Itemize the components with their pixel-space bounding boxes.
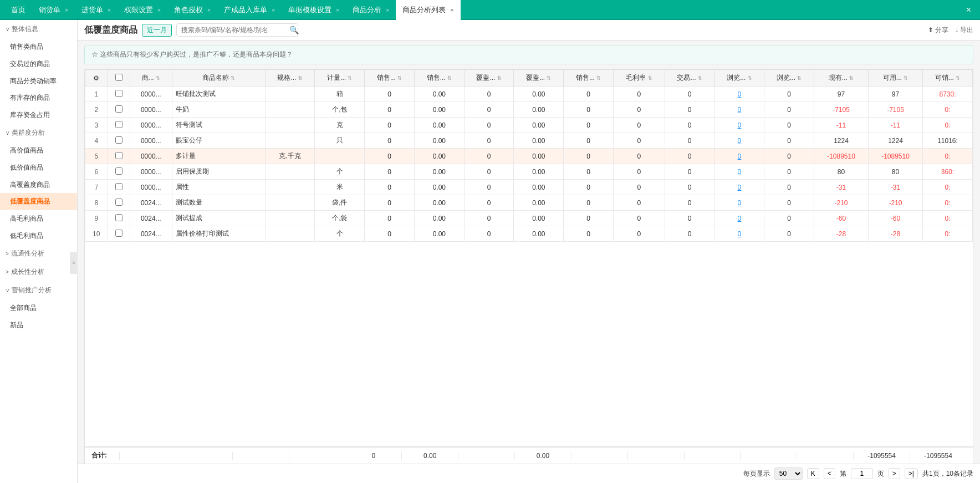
nav-close-analysis-list[interactable]: ×: [450, 7, 453, 13]
col-unit[interactable]: 计量... ⇅: [315, 70, 365, 87]
summary-stock2: -1095554: [910, 452, 966, 460]
nav-close-analysis[interactable]: ×: [386, 7, 389, 13]
row-checkbox[interactable]: [115, 167, 122, 175]
cell-browse1[interactable]: 0: [714, 195, 764, 211]
nav-close-sales[interactable]: ×: [65, 7, 68, 13]
search-input[interactable]: [176, 23, 298, 37]
sidebar-item-category-rate[interactable]: 商品分类动销率: [0, 73, 77, 90]
sidebar-item-new-goods[interactable]: 新品: [0, 317, 77, 334]
settings-icon[interactable]: ⚙: [93, 74, 99, 82]
next-page-button[interactable]: >: [889, 468, 900, 479]
cell-browse1[interactable]: 0: [714, 226, 764, 242]
cell-checkbox[interactable]: [108, 87, 130, 102]
nav-purchase[interactable]: 进货单 ×: [75, 0, 118, 20]
sidebar-item-low-margin[interactable]: 低毛利商品: [0, 227, 77, 245]
sidebar-item-sales-goods[interactable]: 销售类商品: [0, 38, 77, 55]
sidebar-section-cluster[interactable]: ∨ 类群度分析: [0, 124, 77, 142]
row-checkbox[interactable]: [115, 121, 122, 128]
row-checkbox[interactable]: [115, 199, 122, 206]
prev-page-button[interactable]: <: [824, 468, 835, 479]
cell-browse1[interactable]: 0: [714, 149, 764, 164]
sidebar-section-marketing[interactable]: ∨ 营销推广分析: [0, 281, 77, 299]
sidebar-section-growth[interactable]: > 成长性分析: [0, 263, 77, 281]
col-cover1[interactable]: 覆盖... ⇅: [464, 70, 514, 87]
cell-browse1[interactable]: 0: [714, 118, 764, 133]
data-table-wrapper[interactable]: ⚙ 商... ⇅ 商品名称 ⇅ 规格... ⇅ 计量... ⇅ 销售... ⇅ …: [84, 69, 973, 447]
nav-close-permission[interactable]: ×: [157, 7, 161, 13]
col-name[interactable]: 商品名称 ⇅: [172, 70, 266, 87]
col-cover2[interactable]: 覆盖... ⇅: [514, 70, 564, 87]
col-sales-amt[interactable]: 销售... ⇅: [414, 70, 464, 87]
cell-checkbox[interactable]: [108, 118, 130, 133]
sidebar-item-stock-goods[interactable]: 有库存的商品: [0, 89, 77, 106]
cell-browse1[interactable]: 0: [714, 102, 764, 118]
nav-template[interactable]: 单据模板设置 ×: [282, 0, 346, 20]
nav-analysis[interactable]: 商品分析 ×: [346, 0, 396, 20]
col-sales3[interactable]: 销售... ⇅: [564, 70, 614, 87]
col-checkbox[interactable]: [108, 70, 130, 87]
col-trade[interactable]: 交易... ⇅: [665, 70, 714, 87]
sidebar-collapse-button[interactable]: «: [70, 252, 78, 274]
cell-stock3: 0:: [923, 118, 973, 133]
page-number-input[interactable]: [851, 468, 873, 479]
cell-checkbox[interactable]: [108, 149, 130, 164]
row-checkbox[interactable]: [115, 230, 122, 237]
col-sales-qty[interactable]: 销售... ⇅: [365, 70, 415, 87]
nav-role[interactable]: 角色授权 ×: [167, 0, 217, 20]
sidebar-item-high-coverage[interactable]: 高覆盖度商品: [0, 176, 77, 194]
filter-button[interactable]: 近一月: [142, 24, 172, 37]
sidebar-item-high-value[interactable]: 高价值商品: [0, 142, 77, 159]
cell-checkbox[interactable]: [108, 226, 130, 242]
row-checkbox[interactable]: [115, 152, 122, 159]
row-checkbox[interactable]: [115, 183, 122, 190]
col-browse2[interactable]: 浏览... ⇅: [764, 70, 814, 87]
cell-checkbox[interactable]: [108, 133, 130, 149]
last-page-button[interactable]: >|: [905, 468, 918, 479]
cell-browse1[interactable]: 0: [714, 180, 764, 195]
sidebar-item-low-value[interactable]: 低价值商品: [0, 159, 77, 176]
nav-close-template[interactable]: ×: [336, 7, 339, 13]
cell-checkbox[interactable]: [108, 195, 130, 211]
col-margin[interactable]: 毛利率 ⇅: [613, 70, 665, 87]
row-checkbox[interactable]: [115, 105, 122, 113]
close-all-button[interactable]: ×: [962, 5, 976, 15]
sidebar-item-capital[interactable]: 库存资金占用: [0, 106, 77, 124]
col-browse1[interactable]: 浏览... ⇅: [714, 70, 764, 87]
cell-browse1[interactable]: 0: [714, 211, 764, 226]
nav-permission[interactable]: 权限设置 ×: [118, 0, 167, 20]
nav-close-purchase[interactable]: ×: [108, 7, 111, 13]
nav-analysis-list[interactable]: 商品分析列表 ×: [396, 0, 460, 20]
nav-close-role[interactable]: ×: [207, 7, 211, 13]
sidebar-section-overall[interactable]: ∨ 整体信息: [0, 20, 77, 38]
row-checkbox[interactable]: [115, 136, 122, 144]
cell-browse1[interactable]: 0: [714, 164, 764, 180]
row-checkbox[interactable]: [115, 90, 122, 97]
select-all-checkbox[interactable]: [115, 74, 122, 81]
cell-checkbox[interactable]: [108, 211, 130, 226]
col-stock2[interactable]: 可用... ⇅: [869, 70, 923, 87]
nav-finished[interactable]: 产成品入库单 ×: [217, 0, 282, 20]
nav-close-finished[interactable]: ×: [272, 7, 275, 13]
share-button[interactable]: ⬆ 分享: [928, 26, 948, 35]
export-button[interactable]: ↓ 导出: [955, 26, 973, 35]
first-page-button[interactable]: K: [807, 468, 819, 479]
cell-checkbox[interactable]: [108, 102, 130, 118]
per-page-select[interactable]: 50 10 20 100: [774, 467, 803, 480]
col-stock3[interactable]: 可销... ⇅: [923, 70, 973, 87]
cell-checkbox[interactable]: [108, 180, 130, 195]
nav-home[interactable]: 首页: [4, 0, 32, 20]
cell-checkbox[interactable]: [108, 164, 130, 180]
sidebar-item-all-goods[interactable]: 全部商品: [0, 299, 77, 317]
col-settings[interactable]: ⚙: [85, 70, 108, 87]
col-code[interactable]: 商... ⇅: [130, 70, 172, 87]
sidebar-item-traded-goods[interactable]: 交易过的商品: [0, 55, 77, 73]
nav-sales[interactable]: 销货单 ×: [32, 0, 75, 20]
row-checkbox[interactable]: [115, 214, 122, 221]
col-stock1[interactable]: 现有... ⇅: [814, 70, 869, 87]
sidebar-item-low-coverage[interactable]: 低覆盖度商品: [0, 193, 77, 210]
cell-browse1[interactable]: 0: [714, 133, 764, 149]
sidebar-item-high-margin[interactable]: 高毛利商品: [0, 210, 77, 227]
col-spec[interactable]: 规格... ⇅: [265, 70, 315, 87]
cell-browse1[interactable]: 0: [714, 87, 764, 102]
sidebar-section-flow[interactable]: > 流通性分析: [0, 245, 77, 263]
